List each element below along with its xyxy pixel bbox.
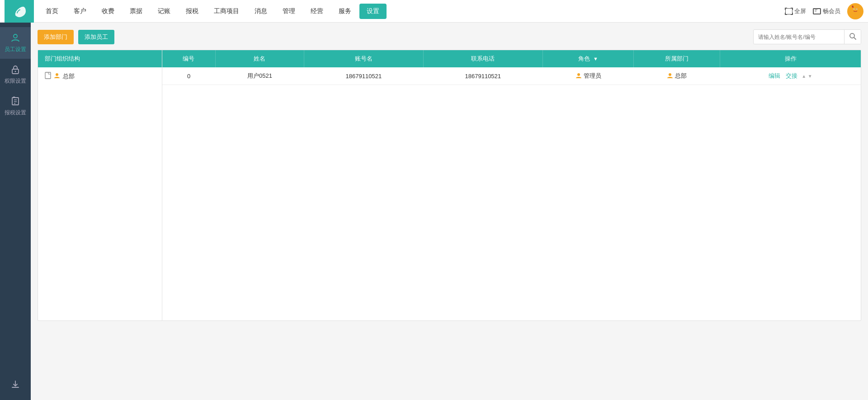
content-area: 添加部门 添加员工 部门组织结构	[31, 23, 868, 400]
search-icon	[849, 33, 856, 40]
svg-point-18	[669, 73, 671, 76]
svg-point-4	[856, 9, 857, 9]
sidebar-item-taxsettings[interactable]: 报税设置	[0, 90, 31, 122]
col-phone: 联系电话	[423, 50, 542, 67]
report-icon	[10, 96, 21, 107]
avatar[interactable]	[847, 3, 863, 19]
nav-item-service[interactable]: 服务	[331, 4, 359, 19]
nav-item-business[interactable]: 工商项目	[207, 4, 246, 19]
table-row: 0 用户0521 18679110521 18679110521	[162, 67, 861, 85]
col-id: 编号	[162, 50, 215, 67]
role-value: 管理员	[584, 72, 601, 80]
cell-role: 管理员	[542, 67, 634, 85]
svg-point-16	[56, 73, 58, 76]
col-name: 姓名	[215, 50, 304, 67]
svg-point-8	[15, 71, 16, 72]
member-btn[interactable]: 畅会员	[813, 7, 840, 15]
svg-point-6	[14, 34, 17, 38]
member-icon	[813, 8, 821, 14]
cell-account: 18679110521	[304, 67, 423, 85]
cell-name: 用户0521	[215, 67, 304, 85]
nav-item-home[interactable]: 首页	[38, 4, 66, 19]
sidebar-item-permission-label: 权限设置	[5, 77, 26, 85]
logo	[5, 0, 34, 23]
fullscreen-btn[interactable]: 全屏	[785, 7, 806, 15]
svg-rect-15	[45, 72, 51, 79]
role-user-icon	[576, 72, 582, 80]
search-box	[753, 29, 861, 44]
dept-tree-header: 部门组织结构	[38, 50, 162, 67]
top-nav: 首页 客户 收费 票据 记账 报税 工商项目 消息 管理 经营 服务 设置 全屏	[0, 0, 868, 23]
download-icon	[10, 379, 21, 390]
search-button[interactable]	[844, 30, 861, 44]
fullscreen-icon	[785, 8, 793, 14]
emp-table: 编号 姓名 账号名 联系电话 角色 ▼ 所属部门 操作	[162, 50, 861, 320]
nav-item-invoice[interactable]: 票据	[123, 4, 150, 19]
row-scroll-down[interactable]: ▼	[808, 74, 812, 79]
sidebar-item-employee-label: 员工设置	[5, 46, 26, 53]
svg-line-14	[854, 38, 856, 39]
dept-value: 总部	[675, 72, 687, 80]
col-account: 账号名	[304, 50, 423, 67]
main-panel: 部门组织结构 总部	[38, 50, 861, 321]
dept-tree-item-root[interactable]: 总部	[38, 67, 162, 85]
row-scroll-up[interactable]: ▲	[802, 74, 806, 79]
dept-tree-root-label: 总部	[63, 72, 75, 80]
nav-item-operation[interactable]: 经营	[303, 4, 330, 19]
nav-right: 全屏 畅会员	[785, 3, 863, 19]
sidebar-item-download[interactable]	[0, 374, 31, 395]
cell-phone: 18679110521	[423, 67, 542, 85]
nav-item-manage[interactable]: 管理	[275, 4, 302, 19]
toolbar: 添加部门 添加员工	[38, 29, 861, 44]
cell-actions: 编辑 交接 ▲ ▼	[720, 67, 861, 85]
add-emp-button[interactable]: 添加员工	[78, 30, 114, 44]
file-icon	[45, 72, 51, 80]
lock-icon	[10, 64, 21, 75]
col-role: 角色 ▼	[542, 50, 634, 67]
col-actions: 操作	[720, 50, 861, 67]
add-dept-button[interactable]: 添加部门	[38, 30, 74, 44]
member-label: 畅会员	[823, 7, 840, 15]
svg-point-17	[577, 73, 580, 76]
svg-rect-5	[852, 5, 854, 8]
main-layout: 员工设置 权限设置 报税设置	[0, 23, 868, 400]
dept-tree: 部门组织结构 总部	[38, 50, 162, 320]
edit-action-link[interactable]: 编辑	[769, 72, 780, 79]
nav-item-settings[interactable]: 设置	[359, 4, 387, 19]
svg-point-3	[854, 9, 854, 9]
person-icon	[10, 33, 21, 43]
sidebar-bottom	[0, 374, 31, 400]
sidebar: 员工设置 权限设置 报税设置	[0, 23, 31, 400]
cell-id: 0	[162, 67, 215, 85]
nav-items: 首页 客户 收费 票据 记账 报税 工商项目 消息 管理 经营 服务 设置	[38, 4, 785, 19]
tree-user-icon	[54, 72, 60, 80]
nav-item-account[interactable]: 记账	[151, 4, 178, 19]
sidebar-item-employee[interactable]: 员工设置	[0, 27, 31, 59]
sidebar-item-permission[interactable]: 权限设置	[0, 59, 31, 90]
col-dept: 所属部门	[634, 50, 720, 67]
cell-dept: 总部	[634, 67, 720, 85]
employee-table: 编号 姓名 账号名 联系电话 角色 ▼ 所属部门 操作	[162, 50, 861, 85]
fullscreen-label: 全屏	[794, 7, 806, 15]
nav-item-fee[interactable]: 收费	[94, 4, 122, 19]
nav-item-tax[interactable]: 报税	[179, 4, 206, 19]
sidebar-item-taxsettings-label: 报税设置	[5, 109, 26, 117]
dept-user-icon	[667, 72, 673, 80]
search-input[interactable]	[754, 31, 844, 43]
nav-item-message[interactable]: 消息	[247, 4, 274, 19]
transfer-action-link[interactable]: 交接	[786, 72, 797, 79]
nav-item-customer[interactable]: 客户	[66, 4, 94, 19]
role-filter-icon[interactable]: ▼	[593, 56, 598, 61]
